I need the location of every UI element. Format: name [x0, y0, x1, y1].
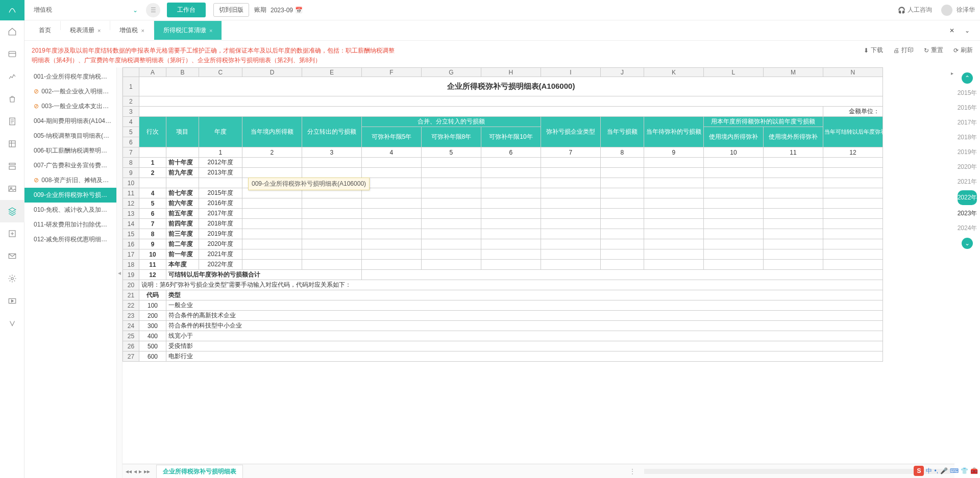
- left-icon-sidebar: [0, 0, 24, 478]
- sheet-nav-next[interactable]: ▸: [139, 468, 142, 475]
- calendar-icon[interactable]: 📅: [295, 7, 303, 14]
- close-icon[interactable]: ×: [209, 28, 212, 34]
- ime-skin-icon[interactable]: 👕: [961, 467, 968, 474]
- sheet-item[interactable]: ⊘ 003-一般企业成本支出明细…: [24, 99, 116, 114]
- nav-card-icon[interactable]: [0, 43, 24, 65]
- switch-old-button[interactable]: 切到旧版: [213, 3, 249, 17]
- tab-增值税[interactable]: 增值税×: [110, 21, 153, 40]
- year-option[interactable]: 2018年: [955, 130, 979, 145]
- ime-mic-icon[interactable]: 🎤: [940, 467, 948, 474]
- sheet-item[interactable]: 004-期间费用明细表(A1040…: [24, 114, 116, 129]
- year-option[interactable]: 2016年: [955, 100, 979, 115]
- tab-所得税汇算清缴[interactable]: 所得税汇算清缴×: [154, 21, 222, 40]
- svg-rect-5: [9, 186, 16, 192]
- tabbar: 首页税表清册×增值税×所得税汇算清缴× ✕ ⌄: [24, 20, 980, 41]
- warning-icon: ⊘: [34, 103, 39, 110]
- username: 徐泽华: [957, 6, 975, 14]
- ime-toolbox-icon[interactable]: 🧰: [970, 467, 978, 474]
- warning-icon: ⊘: [34, 177, 39, 184]
- nav-doc-icon[interactable]: [0, 110, 24, 133]
- reset-icon: ↻: [924, 47, 929, 54]
- user-menu[interactable]: 徐泽华: [941, 5, 975, 16]
- close-icon[interactable]: ×: [97, 28, 101, 34]
- sheet-tab-separator: ⋮: [625, 468, 640, 475]
- print-icon: 🖨: [893, 47, 899, 54]
- workbench-button[interactable]: 工作台: [167, 3, 206, 17]
- sheet-item[interactable]: 007-广告费和业务宣传费跨…: [24, 158, 116, 173]
- sheet-nav-first[interactable]: ◂◂: [126, 468, 132, 475]
- warning-notice: 2019年度涉及取以前年度结转数据的申报表单元格需要手工维护正确，才能保证本年及…: [32, 46, 399, 65]
- sheet-tab-active[interactable]: 企业所得税弥补亏损明细表: [156, 465, 243, 478]
- year-option[interactable]: 2015年: [955, 86, 979, 100]
- svg-rect-2: [9, 141, 15, 147]
- ime-sogou-icon[interactable]: S: [914, 466, 924, 476]
- download-icon: ⬇: [864, 47, 869, 54]
- nav-settings-icon[interactable]: [0, 267, 24, 290]
- year-option[interactable]: 2022年: [958, 190, 977, 205]
- sheet-item[interactable]: ⊘ 002-一般企业收入明细表(A1…: [24, 84, 116, 99]
- tab-首页[interactable]: 首页: [30, 21, 60, 40]
- ime-keyboard-icon[interactable]: ⌨: [950, 467, 959, 474]
- year-option[interactable]: 2021年: [955, 174, 979, 189]
- chevron-down-icon: ⌄: [133, 7, 138, 14]
- tabbar-more[interactable]: ⌄: [960, 27, 975, 34]
- svg-rect-4: [9, 166, 15, 169]
- download-button[interactable]: ⬇下载: [864, 46, 883, 55]
- year-option[interactable]: 2019年: [955, 145, 979, 160]
- toolbar: ⬇下载 🖨打印 ↻重置 ⟳刷新: [864, 46, 973, 55]
- nav-video-icon[interactable]: [0, 290, 24, 312]
- collapse-handle[interactable]: ◂: [116, 67, 122, 478]
- warning-icon: ⊘: [34, 88, 39, 95]
- sheet-item[interactable]: 001-企业所得税年度纳税申…: [24, 69, 116, 84]
- svg-point-9: [11, 278, 13, 280]
- sheet-item[interactable]: 009-企业所得税弥补亏损明…: [24, 188, 116, 203]
- period-value[interactable]: 2023-09: [271, 7, 293, 14]
- module-dropdown[interactable]: 增值税 ⌄: [30, 3, 142, 17]
- period-label: 账期: [254, 6, 266, 14]
- nav-stack-icon[interactable]: [0, 200, 24, 222]
- nav-mail-icon[interactable]: [0, 245, 24, 267]
- print-button[interactable]: 🖨打印: [893, 46, 914, 55]
- svg-rect-0: [9, 52, 16, 57]
- horizontal-scrollbar[interactable]: [644, 469, 950, 474]
- sheet-item[interactable]: 011-研发费用加计扣除优惠…: [24, 217, 116, 232]
- year-option[interactable]: 2017年: [955, 115, 979, 130]
- close-all-tabs[interactable]: ✕: [944, 27, 960, 34]
- sheet-tab-bar: ◂◂ ◂ ▸ ▸▸ 企业所得税弥补亏损明细表 ⋮: [122, 464, 954, 478]
- ime-lang[interactable]: 中: [926, 467, 932, 475]
- sheet-item[interactable]: 010-免税、减计收入及加计…: [24, 203, 116, 217]
- reset-button[interactable]: ↻重置: [924, 46, 943, 55]
- consult-button[interactable]: 🎧 人工咨询: [898, 6, 932, 14]
- tab-税表清册[interactable]: 税表清册×: [61, 21, 110, 40]
- circle-doc-icon[interactable]: ☰: [146, 3, 160, 17]
- sheet-item[interactable]: 012-减免所得税优惠明细表(…: [24, 232, 116, 247]
- sheet-tooltip: 009-企业所得税弥补亏损明细表(A106000): [248, 178, 370, 190]
- year-scroll-down[interactable]: ⌄: [962, 238, 973, 249]
- sheet-item[interactable]: 005-纳税调整项目明细表(A1…: [24, 129, 116, 143]
- nav-export-icon[interactable]: [0, 222, 24, 245]
- year-rail: ⌃ 2015年2016年2017年2018年2019年2020年2021年202…: [954, 67, 980, 478]
- sheet-list: 001-企业所得税年度纳税申…⊘ 002-一般企业收入明细表(A1…⊘ 003-…: [24, 67, 116, 478]
- nav-template-icon[interactable]: [0, 155, 24, 178]
- close-icon[interactable]: ×: [141, 28, 144, 34]
- nav-bag-icon[interactable]: [0, 88, 24, 110]
- year-scroll-up[interactable]: ⌃: [962, 72, 973, 84]
- nav-form-icon[interactable]: [0, 133, 24, 155]
- sheet-nav-prev[interactable]: ◂: [134, 468, 137, 475]
- spreadsheet-grid[interactable]: ABCDEFGHIJKLMN1企业所得税弥补亏损明细表(A106000)23金额…: [122, 67, 954, 464]
- svg-rect-3: [9, 163, 15, 165]
- app-logo: [0, 0, 24, 20]
- nav-home-icon[interactable]: [0, 20, 24, 43]
- refresh-button[interactable]: ⟳刷新: [953, 46, 973, 55]
- sheet-item[interactable]: ⊘ 008-资产折旧、摊销及纳税…: [24, 173, 116, 188]
- ime-punct-icon[interactable]: •,: [934, 467, 938, 474]
- sheet-nav-last[interactable]: ▸▸: [144, 468, 150, 475]
- year-option[interactable]: 2024年: [955, 221, 979, 236]
- year-option[interactable]: 2020年: [955, 160, 979, 174]
- nav-v-icon[interactable]: [0, 312, 24, 335]
- module-dropdown-label: 增值税: [34, 6, 52, 14]
- sheet-item[interactable]: 006-职工薪酬纳税调整明细…: [24, 143, 116, 158]
- nav-chart-icon[interactable]: [0, 65, 24, 88]
- nav-image-icon[interactable]: [0, 178, 24, 200]
- year-option[interactable]: 2023年: [955, 206, 979, 221]
